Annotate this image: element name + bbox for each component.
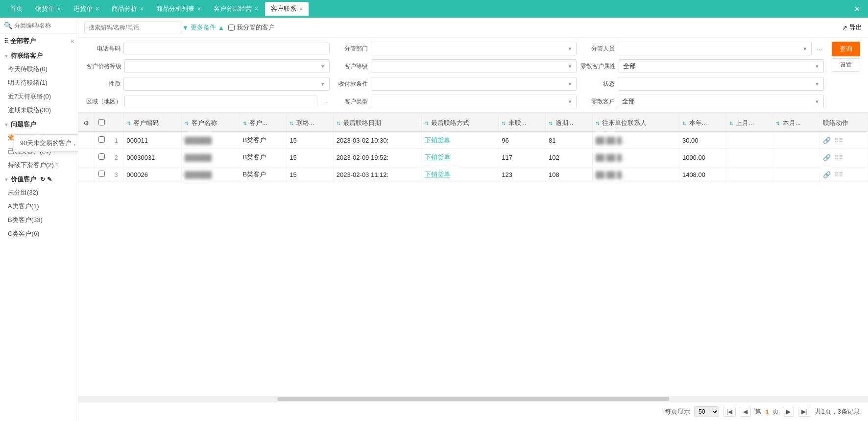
tab-product-analysis-list[interactable]: 商品分析列表 ×: [150, 2, 207, 16]
tab-purchase-close[interactable]: ×: [96, 5, 99, 12]
tab-product-list-close[interactable]: ×: [197, 5, 201, 12]
col-this-year[interactable]: ⇅ 本年...: [679, 115, 726, 132]
col-code[interactable]: ⇅ 客户编码: [123, 115, 182, 132]
filter-input-phone[interactable]: [123, 43, 330, 54]
sidebar-item-tomorrow-pending[interactable]: 明天待联络(1): [0, 76, 78, 90]
col-name[interactable]: ⇅ 客户名称: [182, 115, 240, 132]
scroll-thumb[interactable]: [277, 397, 669, 401]
cell-action-2[interactable]: 🔗 ⠿⠿: [820, 166, 868, 183]
more-conditions-label: 更多条件: [191, 23, 216, 32]
tab-sales-close[interactable]: ×: [57, 5, 61, 12]
sidebar-item-overdue-contact[interactable]: 逾期未联络(30): [0, 103, 78, 117]
sidebar-item-b-class[interactable]: B类客户(33): [0, 213, 78, 227]
filter-select-manager[interactable]: ▼: [618, 42, 812, 55]
value-customer-refresh-icon[interactable]: ↻: [40, 176, 45, 183]
first-page-button[interactable]: |◀: [723, 407, 736, 417]
sidebar-item-a-class[interactable]: A类客户(1): [0, 199, 78, 213]
tab-customer-strat-close[interactable]: ×: [255, 5, 258, 12]
tab-product-analysis-close[interactable]: ×: [140, 5, 144, 12]
cell-checkbox-2[interactable]: [94, 166, 109, 183]
filter-select-nature[interactable]: ▼: [123, 77, 330, 91]
col-type[interactable]: ⇅ 客户...: [240, 115, 287, 132]
sidebar-all-customers[interactable]: ⠿ 全部客户 «: [0, 34, 78, 49]
sidebar-item-today-pending[interactable]: 今天待联络(0): [0, 62, 78, 76]
filter-select-payment[interactable]: ▼: [371, 77, 577, 91]
filter-select-customer-type[interactable]: ▼: [371, 95, 577, 108]
cell-last-contact-date-0: 2023-03-02 10:30:: [333, 132, 421, 149]
col-no-contact[interactable]: ⇅ 未联...: [499, 115, 546, 132]
filter-select-price-level[interactable]: ▼: [124, 59, 330, 73]
col-last-contact-date[interactable]: ⇅ 最后联络日期: [333, 115, 421, 132]
last-page-button[interactable]: ▶|: [798, 407, 811, 417]
col-this-month[interactable]: ⇅ 本月...: [773, 115, 820, 132]
filter-select-status[interactable]: ▼: [618, 77, 824, 91]
filter-select-dept[interactable]: ▼: [371, 42, 577, 55]
col-overdue[interactable]: ⇅ 逾期...: [545, 115, 592, 132]
filter-search-input[interactable]: [84, 22, 182, 33]
sidebar-group-pending[interactable]: ▼ 待联络客户: [0, 49, 78, 62]
horizontal-scrollbar[interactable]: [78, 396, 868, 402]
cell-last-contact-method-2[interactable]: 下销货单: [421, 166, 499, 183]
filter-dots-manager[interactable]: ···: [815, 45, 824, 52]
col-last-contact-method[interactable]: ⇅ 最后联络方式: [421, 115, 499, 132]
tab-product-analysis[interactable]: 商品分析 ×: [106, 2, 149, 16]
export-button[interactable]: ↗ 导出: [842, 23, 862, 32]
tab-home[interactable]: 首页: [4, 2, 28, 16]
sidebar-group-problem-label: 问题客户: [11, 120, 36, 129]
tab-customer-contact[interactable]: 客户联系 ×: [265, 2, 309, 16]
tab-sales-order[interactable]: 销货单 ×: [29, 2, 67, 16]
cell-checkbox-1[interactable]: [94, 149, 109, 166]
action-link-icon-0[interactable]: 🔗: [823, 137, 831, 144]
filter-dots-region[interactable]: ···: [320, 98, 330, 105]
value-customer-edit-icon[interactable]: ✎: [47, 176, 52, 183]
my-customers-checkbox[interactable]: [228, 25, 235, 31]
cell-checkbox-0[interactable]: [94, 132, 109, 149]
cell-index-0: 1: [109, 132, 123, 149]
action-more-icon-0[interactable]: ⠿⠿: [834, 137, 844, 144]
tab-customer-contact-close[interactable]: ×: [299, 5, 303, 12]
filter-input-region[interactable]: [124, 96, 317, 107]
sidebar-group-value[interactable]: ▼ 价值客户 ↻ ✎: [0, 172, 78, 186]
settings-gear-icon[interactable]: ⚙: [83, 120, 89, 127]
col-contact-person[interactable]: ⇅ 往来单位联系人: [592, 115, 679, 132]
sidebar-item-ungrouped[interactable]: 未分组(32): [0, 186, 78, 199]
page-size-select[interactable]: 50 100 200: [694, 406, 719, 417]
query-button[interactable]: 查询: [832, 42, 860, 56]
cell-last-contact-method-0[interactable]: 下销货单: [421, 132, 499, 149]
cell-action-1[interactable]: 🔗 ⠿⠿: [820, 149, 868, 166]
filter-select-retail-customer-arrow: ▼: [815, 99, 820, 104]
select-all-checkbox[interactable]: [98, 119, 105, 125]
filter-select-retail-customer[interactable]: 全部 ▼: [618, 95, 824, 108]
sidebar-group-problem[interactable]: ▼ 问题客户: [0, 117, 78, 131]
prev-page-button[interactable]: ◀: [740, 407, 751, 417]
next-page-button[interactable]: ▶: [783, 407, 794, 417]
tab-purchase-order[interactable]: 进货单 ×: [68, 2, 105, 16]
cell-action-0[interactable]: 🔗 ⠿⠿: [820, 132, 868, 149]
filter-select-retail-attr[interactable]: 全部 ▼: [619, 59, 824, 73]
col-last-month[interactable]: ⇅ 上月...: [726, 115, 773, 132]
col-settings[interactable]: ⚙: [78, 115, 94, 132]
more-conditions-button[interactable]: ▼ 更多条件 ▲: [182, 23, 224, 32]
col-lcm-sort-icon: ⇅: [425, 121, 429, 126]
cell-type-2: B类客户: [240, 166, 287, 183]
sidebar-search-input[interactable]: [14, 22, 78, 29]
window-close-button[interactable]: ✕: [850, 4, 864, 14]
search-input-wrapper: 🔍: [84, 22, 178, 33]
sidebar-item-c-class[interactable]: C类客户(6): [0, 227, 78, 241]
action-more-icon-1[interactable]: ⠿⠿: [834, 154, 844, 161]
cell-last-contact-date-1: 2023-02-09 19:52:: [333, 149, 421, 166]
settings-button[interactable]: 设置: [832, 58, 860, 72]
my-customers-filter[interactable]: 我分管的客户: [228, 23, 275, 32]
sidebar-item-declining[interactable]: 持续下滑客户(2) ?: [0, 158, 78, 172]
action-more-icon-2[interactable]: ⠿⠿: [834, 171, 844, 178]
sidebar-item-7days-pending[interactable]: 近7天待联络(0): [0, 90, 78, 103]
tab-customer-stratification[interactable]: 客户分层经营 ×: [208, 2, 264, 16]
table-row: 2 00030031 ██████ B类客户 15 2023-02-09 19:…: [78, 149, 868, 166]
filter-select-customer-level[interactable]: ▼: [371, 59, 577, 73]
filter-field-retail-attr: 零散客户属性 全部 ▼: [580, 59, 824, 73]
action-link-icon-2[interactable]: 🔗: [823, 171, 831, 178]
cell-contact-person-0: ██ ██ █...: [592, 132, 679, 149]
action-link-icon-1[interactable]: 🔗: [823, 154, 831, 161]
cell-last-contact-method-1[interactable]: 下销货单: [421, 149, 499, 166]
col-contact[interactable]: ⇅ 联络...: [287, 115, 334, 132]
